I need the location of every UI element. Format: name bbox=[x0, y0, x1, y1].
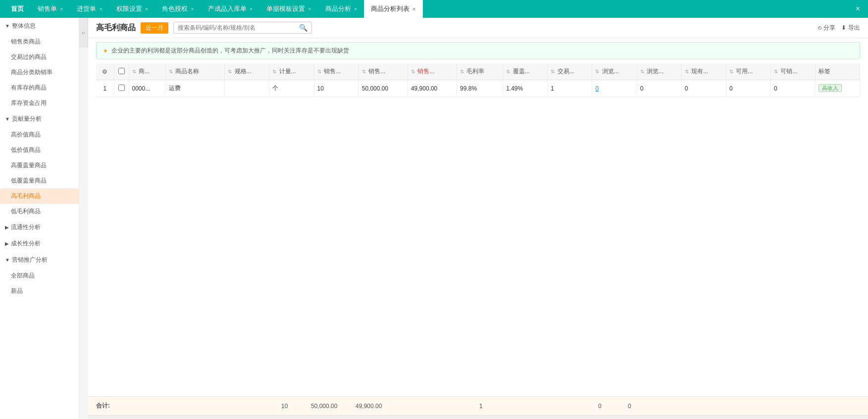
sidebar-collapse-button[interactable]: ‹‹ bbox=[79, 18, 88, 47]
sort-icon: ⇅ bbox=[411, 69, 415, 74]
sidebar-group-growth[interactable]: ▶ 成长性分析 bbox=[0, 235, 79, 252]
data-table: ⚙ ⇅ 商... ⇅ 商品名称 bbox=[96, 63, 860, 97]
sidebar-item-low-value[interactable]: 低价值商品 bbox=[0, 142, 79, 158]
footer-sales-amt: 50,000.00 bbox=[308, 403, 353, 410]
sort-icon: ⇅ bbox=[729, 69, 733, 74]
select-all-checkbox[interactable] bbox=[118, 68, 125, 74]
nav-tab-home[interactable]: 首页 bbox=[4, 0, 31, 18]
main-layout: ▼ 整体信息 销售类商品 交易过的商品 商品分类助销率 有库存的商品 库存资金占… bbox=[0, 18, 868, 419]
sidebar-group-marketing[interactable]: ▼ 营销推广分析 bbox=[0, 252, 79, 268]
nav-tab-role-label: 角色授权 bbox=[162, 4, 188, 13]
nav-tab-product-in[interactable]: 产成品入库单 × bbox=[201, 0, 259, 18]
col-sales-qty[interactable]: ⇅ 销售... bbox=[314, 63, 358, 80]
col-unit[interactable]: ⇅ 计量... bbox=[269, 63, 314, 80]
sidebar-item-high-coverage[interactable]: 高覆盖量商品 bbox=[0, 158, 79, 173]
cell-views1[interactable]: 0 bbox=[592, 80, 637, 97]
nav-tab-purchase[interactable]: 进货单 × bbox=[70, 0, 109, 18]
info-banner: ✦ 企业的主要的利润都是这部分商品创造的，可考虑加大推广，同时关注库存是不要出现… bbox=[96, 42, 860, 59]
nav-tab-template[interactable]: 单据模板设置 × bbox=[259, 0, 318, 18]
footer-sales-cost: 49,900.00 bbox=[353, 403, 397, 410]
settings-icon[interactable]: ⚙ bbox=[102, 68, 107, 75]
cell-tag: 高收入 bbox=[816, 80, 860, 97]
close-icon[interactable]: × bbox=[354, 6, 357, 12]
sidebar-group-contribution[interactable]: ▼ 贡献量分析 bbox=[0, 111, 79, 127]
close-icon[interactable]: × bbox=[412, 6, 415, 12]
sidebar-item-sales-goods[interactable]: 销售类商品 bbox=[0, 34, 79, 49]
col-available[interactable]: ⇅ 可用... bbox=[726, 63, 770, 80]
sidebar-item-in-stock[interactable]: 有库存的商品 bbox=[0, 80, 79, 95]
export-button[interactable]: ⬇ 导出 bbox=[841, 24, 860, 32]
col-current-stock[interactable]: ⇅ 现有... bbox=[681, 63, 726, 80]
nav-tab-home-label: 首页 bbox=[11, 4, 24, 13]
sidebar-group-liquidity[interactable]: ▶ 流通性分析 bbox=[0, 219, 79, 235]
close-icon[interactable]: × bbox=[99, 6, 102, 12]
col-views2[interactable]: ⇅ 浏览... bbox=[637, 63, 681, 80]
nav-tab-sales[interactable]: 销售单 × bbox=[31, 0, 70, 18]
arrow-right-icon: ▶ bbox=[5, 241, 9, 246]
nav-tab-goods-list-label: 商品分析列表 bbox=[371, 4, 409, 13]
sidebar-item-low-coverage[interactable]: 低覆盖量商品 bbox=[0, 173, 79, 188]
col-spec[interactable]: ⇅ 规格... bbox=[225, 63, 269, 80]
footer-available: 0 bbox=[625, 403, 655, 410]
nav-tab-sales-label: 销售单 bbox=[38, 4, 57, 13]
sidebar-item-high-value[interactable]: 高价值商品 bbox=[0, 127, 79, 142]
sidebar: ▼ 整体信息 销售类商品 交易过的商品 商品分类助销率 有库存的商品 库存资金占… bbox=[0, 18, 79, 419]
table-row: 1 0000... 运费 个 10 50,000.00 49,900.00 99… bbox=[96, 80, 860, 97]
sidebar-item-low-margin[interactable]: 低毛利商品 bbox=[0, 204, 79, 219]
col-views1[interactable]: ⇅ 浏览... bbox=[592, 63, 637, 80]
sidebar-item-high-margin[interactable]: 高毛利商品 bbox=[0, 188, 79, 204]
row-checkbox[interactable] bbox=[118, 85, 125, 91]
sidebar-item-traded-goods[interactable]: 交易过的商品 bbox=[0, 49, 79, 65]
close-icon[interactable]: × bbox=[191, 6, 194, 12]
arrow-down-icon: ▼ bbox=[5, 257, 10, 263]
chevron-left-icon: ‹‹ bbox=[82, 30, 85, 36]
close-icon[interactable]: × bbox=[145, 6, 148, 12]
sidebar-group-growth-label: 成长性分析 bbox=[11, 239, 41, 248]
col-name[interactable]: ⇅ 商品名称 bbox=[165, 63, 225, 80]
nav-tab-goods-list[interactable]: 商品分析列表 × bbox=[364, 0, 422, 18]
col-code[interactable]: ⇅ 商... bbox=[129, 63, 165, 80]
sort-icon: ⇅ bbox=[169, 69, 173, 74]
col-sales-amt[interactable]: ⇅ 销售... bbox=[358, 63, 408, 80]
close-icon[interactable]: × bbox=[60, 6, 63, 12]
nav-tab-purchase-label: 进货单 bbox=[77, 4, 96, 13]
sidebar-item-new-goods[interactable]: 新品 bbox=[0, 283, 79, 299]
cell-code: 0000... bbox=[129, 80, 165, 97]
sort-icon: ⇅ bbox=[317, 69, 321, 74]
close-all-tabs[interactable]: × bbox=[852, 4, 864, 13]
footer-total-label: 合计: bbox=[96, 402, 110, 410]
share-icon: ⎋ bbox=[818, 24, 821, 31]
cell-views2: 0 bbox=[637, 80, 681, 97]
close-icon[interactable]: × bbox=[250, 6, 253, 12]
col-saleable[interactable]: ⇅ 可销... bbox=[771, 63, 816, 80]
cell-coverage: 1.49% bbox=[503, 80, 548, 97]
banner-text: 企业的主要的利润都是这部分商品创造的，可考虑加大推广，同时关注库存是不要出现缺货 bbox=[111, 47, 349, 55]
cell-available: 0 bbox=[726, 80, 770, 97]
nav-tab-goods-analysis[interactable]: 商品分析 × bbox=[318, 0, 364, 18]
sort-icon: ⇅ bbox=[774, 69, 778, 74]
nav-tab-role[interactable]: 角色授权 × bbox=[155, 0, 201, 18]
sidebar-group-overview[interactable]: ▼ 整体信息 bbox=[0, 18, 79, 34]
cell-trade: 1 bbox=[548, 80, 592, 97]
col-trade[interactable]: ⇅ 交易... bbox=[548, 63, 592, 80]
search-input[interactable] bbox=[178, 24, 299, 31]
share-button[interactable]: ⎋ 分享 bbox=[818, 24, 835, 32]
sidebar-item-category-rate[interactable]: 商品分类助销率 bbox=[0, 65, 79, 80]
period-button[interactable]: 近一月 bbox=[141, 22, 168, 34]
nav-tab-goods-analysis-label: 商品分析 bbox=[325, 4, 351, 13]
nav-tab-permission[interactable]: 权限设置 × bbox=[109, 0, 155, 18]
header-actions: ⎋ 分享 ⬇ 导出 bbox=[818, 24, 860, 32]
bottom-scrollbar[interactable] bbox=[88, 415, 868, 419]
search-icon[interactable]: 🔍 bbox=[299, 24, 307, 32]
col-gross-margin[interactable]: ⇅ 毛利率 bbox=[457, 63, 503, 80]
col-index: ⚙ bbox=[96, 63, 114, 80]
sidebar-item-stock-capital[interactable]: 库存资金占用 bbox=[0, 95, 79, 111]
close-icon[interactable]: × bbox=[308, 6, 311, 12]
footer-spacer4 bbox=[551, 403, 595, 410]
footer-spacer3 bbox=[506, 403, 551, 410]
col-sales-cost[interactable]: ⇅ 销售... bbox=[408, 63, 457, 80]
footer-current-stock: 0 bbox=[595, 403, 625, 410]
sidebar-item-all-goods[interactable]: 全部商品 bbox=[0, 268, 79, 283]
col-coverage[interactable]: ⇅ 覆盖... bbox=[503, 63, 548, 80]
sidebar-group-liquidity-label: 流通性分析 bbox=[11, 223, 41, 232]
